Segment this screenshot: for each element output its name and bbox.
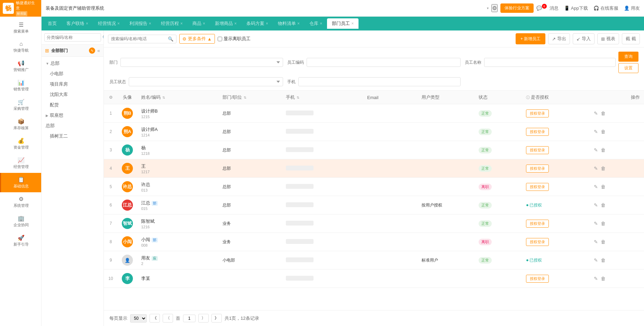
emp-name-input[interactable] (484, 58, 616, 67)
sidebar-item-system[interactable]: ⚙ 系统管理 (0, 192, 41, 212)
delete-icon[interactable]: 🗑 (601, 239, 606, 245)
th-phone[interactable]: 手机 ⇅ (282, 91, 363, 104)
dept-item-headquarter-1[interactable]: ▼ 总部 (42, 58, 103, 69)
auth-button-0[interactable]: 授权登录 (526, 109, 549, 117)
sort-name-icon[interactable]: ⇅ (162, 96, 165, 99)
sort-phone-icon[interactable]: ⇅ (297, 96, 299, 99)
dept-collapse-icon[interactable]: « (97, 48, 100, 53)
dept-item-shuangzuo[interactable]: ▶ 双座想 (42, 110, 103, 121)
tab-close-material[interactable]: × (297, 21, 300, 26)
tab-newgoods[interactable]: 新增商品 × (210, 18, 242, 29)
dept-edit-icon[interactable]: ✎ (89, 47, 95, 54)
sidebar-item-sales[interactable]: 📊 销售管理 (0, 76, 41, 95)
dept-item-headquarter-2[interactable]: 总部 (42, 121, 103, 131)
th-name[interactable]: 姓名/编码 ⇅ (137, 91, 218, 104)
gear-button[interactable]: ⚙ (491, 4, 498, 12)
support-action[interactable]: 🎧 在线客服 (593, 5, 618, 11)
delete-icon[interactable]: 🗑 (601, 276, 606, 281)
sidebar-item-enterprise[interactable]: 🏢 企业协同 (0, 212, 41, 231)
delete-icon[interactable]: 🗑 (601, 166, 606, 171)
tab-close-barcode[interactable]: × (266, 21, 268, 26)
delete-icon[interactable]: 🗑 (601, 221, 606, 226)
edit-icon[interactable]: ✎ (594, 257, 598, 263)
first-page-btn[interactable]: 《 (149, 314, 160, 323)
add-employee-button[interactable]: + 新增员工 (516, 33, 545, 44)
topbar-dropdown-arrow[interactable]: ▾ (487, 6, 489, 10)
experience-button[interactable]: 体验行业方案 (500, 3, 534, 13)
edit-icon[interactable]: ✎ (594, 111, 598, 116)
tab-operation[interactable]: 经营情况 × (93, 18, 125, 29)
delete-icon[interactable]: 🗑 (601, 257, 606, 263)
filter-search-icon[interactable]: 🔍 (168, 36, 173, 42)
sidebar-item-basic[interactable]: 📋 基础信息 (0, 173, 41, 192)
sidebar-item-capital[interactable]: 💰 资金管理 (0, 134, 41, 153)
all-dept-label[interactable]: 全部部门 (51, 48, 87, 54)
sidebar-item-search[interactable]: ☰ 搜索菜单 (0, 18, 41, 37)
emp-status-select[interactable] (129, 77, 283, 86)
tab-close-operation[interactable]: × (117, 21, 120, 26)
sidebar-item-shortcut[interactable]: ⌂ 快捷导航 (0, 37, 41, 56)
auth-button-3[interactable]: 授权登录 (526, 165, 549, 173)
next-page-btn[interactable]: 〉 (198, 314, 209, 323)
auth-button-9[interactable]: 授权登录 (526, 275, 549, 283)
auth-button-4[interactable]: 授权登录 (526, 183, 549, 191)
edit-icon[interactable]: ✎ (594, 147, 598, 153)
edit-icon[interactable]: ✎ (594, 202, 598, 208)
show-resigned-checkbox[interactable]: 显示离职员工 (218, 36, 251, 42)
dept-search-input[interactable] (44, 33, 101, 42)
tab-close-goods[interactable]: × (203, 21, 205, 26)
dept-select[interactable] (120, 58, 283, 67)
last-page-btn[interactable]: 》 (211, 314, 222, 323)
tab-history[interactable]: 经营历程 × (156, 18, 188, 29)
sidebar-item-operation[interactable]: 📈 经营管理 (0, 153, 41, 173)
tab-close-profit[interactable]: × (149, 21, 151, 26)
filter-more-btn[interactable]: ⚙ 更多条件 ▲ (179, 34, 215, 44)
sidebar-item-stock[interactable]: 📦 库存核算 (0, 115, 41, 134)
set-button[interactable]: 设置 (618, 63, 638, 73)
edit-icon[interactable]: ✎ (594, 239, 598, 245)
delete-icon[interactable]: 🗑 (601, 202, 606, 208)
more-button[interactable]: 截 截 (622, 33, 640, 44)
th-settings[interactable]: ⚙ (104, 91, 118, 104)
auth-button-1[interactable]: 授权登录 (526, 128, 549, 136)
sort-dept-icon[interactable]: ⇅ (244, 96, 246, 99)
th-dept[interactable]: 部门/职位 ⇅ (218, 91, 281, 104)
prev-page-btn[interactable]: 〈 (163, 314, 173, 323)
sidebar-item-purchase[interactable]: 🛒 采购管理 (0, 95, 41, 115)
query-button[interactable]: 查询 (618, 52, 638, 62)
tab-close-newgoods[interactable]: × (234, 21, 237, 26)
tab-close-history[interactable]: × (180, 21, 183, 26)
app-download-action[interactable]: 📱 App下载 (564, 5, 588, 11)
delete-icon[interactable]: 🗑 (601, 184, 606, 190)
edit-icon[interactable]: ✎ (594, 221, 598, 226)
delete-icon[interactable]: 🗑 (601, 111, 606, 116)
sidebar-item-guide[interactable]: 🚀 新手引导 (0, 231, 41, 250)
user-action[interactable]: 👤 用友 (624, 5, 640, 11)
dept-item-xm[interactable]: 项目库房 (42, 79, 103, 89)
dept-item-xd[interactable]: 小电部 (42, 69, 103, 79)
phone-input[interactable] (298, 77, 461, 86)
message-action[interactable]: 💬 6 消息 (536, 5, 559, 11)
import-button[interactable]: ↙ 导入 (573, 33, 595, 44)
tab-warehouse[interactable]: 仓库 × (305, 18, 327, 29)
tab-customer[interactable]: 客户联络 × (62, 18, 93, 29)
tab-employees[interactable]: 部门员工 × (327, 18, 359, 29)
edit-icon[interactable]: ✎ (594, 184, 598, 190)
delete-icon[interactable]: 🗑 (601, 129, 606, 134)
dept-item-ph[interactable]: 配货 (42, 100, 103, 110)
current-page-input[interactable] (183, 315, 196, 322)
tab-close-employees[interactable]: × (351, 21, 354, 26)
view-button[interactable]: ⊞ 视表 (597, 33, 619, 44)
dept-item-sy[interactable]: 沈阳大库 (42, 89, 103, 100)
auth-button-6[interactable]: 授权登录 (526, 220, 549, 228)
resigned-checkbox-input[interactable] (218, 37, 222, 41)
sidebar-item-marketing[interactable]: 📢 营销推广 (0, 56, 41, 76)
emp-code-input[interactable] (307, 58, 461, 67)
tab-close-warehouse[interactable]: × (320, 21, 322, 26)
edit-icon[interactable]: ✎ (594, 276, 598, 281)
tab-material[interactable]: 物料清单 × (273, 18, 305, 29)
tab-profit[interactable]: 利润报告 × (125, 18, 156, 29)
edit-icon[interactable]: ✎ (594, 129, 598, 134)
tab-goods[interactable]: 商品 × (188, 18, 210, 29)
edit-icon[interactable]: ✎ (594, 166, 598, 171)
